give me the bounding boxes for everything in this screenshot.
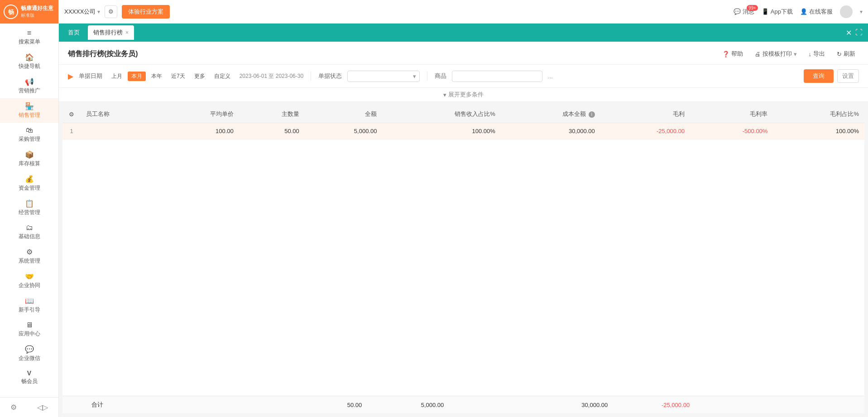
date-tab-more[interactable]: 更多: [191, 72, 209, 81]
sidebar-item-inventory[interactable]: 📦 库存核算: [0, 147, 58, 171]
footer-gross: -25,000.00: [613, 402, 695, 408]
sidebar: 畅 畅康通好生意 标准版 ≡ 搜索菜单 🏠 快捷导航 📢 营销推广 🏪 销售管理…: [0, 0, 59, 417]
sidebar-item-member[interactable]: V 畅会员: [0, 366, 58, 389]
message-badge: 99+: [747, 5, 758, 11]
tab-sales-rank[interactable]: 销售排行榜 ×: [88, 25, 134, 40]
enterprise-icon: 🤝: [25, 272, 34, 281]
date-tab-last-month[interactable]: 上月: [108, 72, 126, 81]
print-button[interactable]: 🖨 按模板打印 ▾: [751, 48, 801, 60]
wechat-icon: 💬: [25, 345, 34, 354]
col-avg-price: 平均单价: [160, 105, 239, 123]
export-icon: ↓: [809, 51, 812, 58]
goods-label: 商品: [435, 72, 446, 80]
footer-amount: 5,000.00: [367, 402, 449, 408]
date-tab-custom[interactable]: 自定义: [211, 72, 234, 81]
topbar-settings-button[interactable]: ⚙: [105, 5, 117, 18]
data-table: ⚙ 员工名称 平均单价 主数量 全额: [62, 105, 864, 139]
svg-text:畅: 畅: [8, 9, 14, 15]
page-content: 销售排行榜(按业务员) ❓ 帮助 🖨 按模板打印 ▾ ↓ 导出 ↻ 刷新: [59, 42, 868, 417]
trial-button[interactable]: 体验行业方案: [122, 5, 170, 19]
sidebar-item-finance[interactable]: 💰 资金管理: [0, 171, 58, 196]
messages-button[interactable]: 💬 消息 99+: [734, 8, 754, 16]
logo-text: 畅康通好生意: [21, 5, 53, 12]
tab-sales-rank-label: 销售排行榜: [93, 29, 123, 37]
company-selector[interactable]: XXXXX公司 ▾: [64, 8, 100, 16]
col-amount: 全额: [305, 105, 383, 123]
settings-icon: ⚙: [108, 8, 114, 15]
sidebar-item-wechat[interactable]: 💬 企业微信: [0, 341, 58, 366]
tab-minimize-button[interactable]: ✕: [846, 29, 852, 37]
sidebar-item-label-operations: 经营管理: [19, 209, 40, 216]
sidebar-item-operations[interactable]: 📋 经营管理: [0, 196, 58, 220]
query-button[interactable]: 查询: [804, 69, 834, 83]
filter-divider-2: [427, 72, 427, 81]
export-label: 导出: [813, 50, 825, 58]
cell-name: [81, 123, 160, 139]
settings-button[interactable]: 设置: [837, 69, 859, 83]
sidebar-collapse-btn[interactable]: ◁▷: [35, 401, 50, 413]
marketing-icon: 📢: [25, 77, 34, 86]
export-button[interactable]: ↓ 导出: [805, 48, 829, 60]
sidebar-item-label-guide: 新手引导: [19, 306, 40, 314]
tab-maximize-button[interactable]: ⛶: [855, 29, 863, 37]
sidebar-item-label-search: 搜索菜单: [19, 38, 40, 46]
goods-more-btn[interactable]: ...: [548, 73, 553, 80]
footer-total-label: 合计: [86, 401, 203, 409]
help-label: 帮助: [731, 50, 743, 58]
date-tab-this-month[interactable]: 本月: [128, 72, 146, 81]
sidebar-item-guide[interactable]: 📖 新手引导: [0, 293, 58, 317]
sidebar-item-system[interactable]: ⚙ 系统管理: [0, 244, 58, 268]
sidebar-item-sales[interactable]: 🏪 销售管理: [0, 98, 58, 123]
main-content: XXXXX公司 ▾ ⚙ 体验行业方案 💬 消息 99+ 📱 App下载 👤 在线…: [59, 0, 868, 417]
sidebar-item-label-wechat: 企业微信: [19, 355, 40, 362]
company-chevron-icon: ▾: [97, 9, 100, 15]
sidebar-item-enterprise[interactable]: 🤝 企业协同: [0, 268, 58, 293]
finance-icon: 💰: [25, 175, 34, 183]
filter-collapse-btn[interactable]: ▶: [68, 72, 73, 81]
sidebar-item-quicknav[interactable]: 🏠 快捷导航: [0, 49, 58, 74]
sidebar-item-purchase[interactable]: 🛍 采购管理: [0, 123, 58, 147]
cell-avg-price: 100.00: [160, 123, 239, 139]
purchase-icon: 🛍: [26, 126, 33, 134]
refresh-label: 刷新: [844, 50, 855, 58]
sidebar-item-marketing[interactable]: 📢 营销推广: [0, 74, 58, 98]
sidebar-item-label-enterprise: 企业协同: [19, 282, 40, 289]
expand-more-button[interactable]: ▾ 展开更多条件: [443, 91, 484, 99]
status-select-wrap: ▾: [347, 71, 420, 82]
topbar: XXXXX公司 ▾ ⚙ 体验行业方案 💬 消息 99+ 📱 App下载 👤 在线…: [59, 0, 868, 24]
tab-close-icon[interactable]: ×: [125, 29, 129, 36]
footer-cost: 30,000.00: [531, 402, 613, 408]
expand-more-label: 展开更多条件: [448, 91, 484, 99]
sidebar-item-search[interactable]: ≡ 搜索菜单: [0, 25, 58, 49]
col-settings[interactable]: ⚙: [62, 105, 81, 123]
sidebar-item-label-quicknav: 快捷导航: [19, 62, 40, 70]
date-label: 单据日期: [79, 72, 102, 80]
date-tab-7days[interactable]: 近7天: [168, 72, 189, 81]
page-title: 销售排行榜(按业务员): [68, 49, 138, 59]
tabbar: 首页 销售排行榜 × ✕ ⛶: [59, 24, 868, 42]
cell-revenue-pct: 100.00%: [382, 123, 500, 139]
cell-rank: 1: [62, 123, 81, 139]
status-label: 单据状态: [318, 72, 342, 80]
help-button[interactable]: ❓ 帮助: [719, 48, 747, 60]
inventory-icon: 📦: [25, 150, 34, 159]
date-tab-this-year[interactable]: 本年: [148, 72, 166, 81]
status-select[interactable]: [347, 71, 420, 82]
service-icon: 👤: [800, 8, 807, 15]
sidebar-item-label-purchase: 采购管理: [19, 135, 40, 143]
sidebar-item-apps[interactable]: 🖥 应用中心: [0, 317, 58, 341]
user-avatar[interactable]: [840, 5, 853, 18]
cell-cost: 30,000.00: [501, 123, 600, 139]
app-download-button[interactable]: 📱 App下载: [762, 8, 793, 16]
tab-home[interactable]: 首页: [61, 24, 87, 42]
goods-input[interactable]: [452, 71, 542, 82]
cell-amount: 5,000.00: [305, 123, 383, 139]
sidebar-item-basic[interactable]: 🗂 基础信息: [0, 220, 58, 244]
sidebar-settings-btn[interactable]: ⚙: [9, 401, 19, 413]
page-header: 销售排行榜(按业务员) ❓ 帮助 🖨 按模板打印 ▾ ↓ 导出 ↻ 刷新: [59, 42, 868, 65]
cost-info-icon[interactable]: i: [589, 111, 595, 118]
online-service-button[interactable]: 👤 在线客服: [800, 8, 833, 16]
apps-icon: 🖥: [26, 321, 33, 329]
company-name: XXXXX公司: [64, 8, 96, 16]
refresh-button[interactable]: ↻ 刷新: [833, 48, 859, 60]
